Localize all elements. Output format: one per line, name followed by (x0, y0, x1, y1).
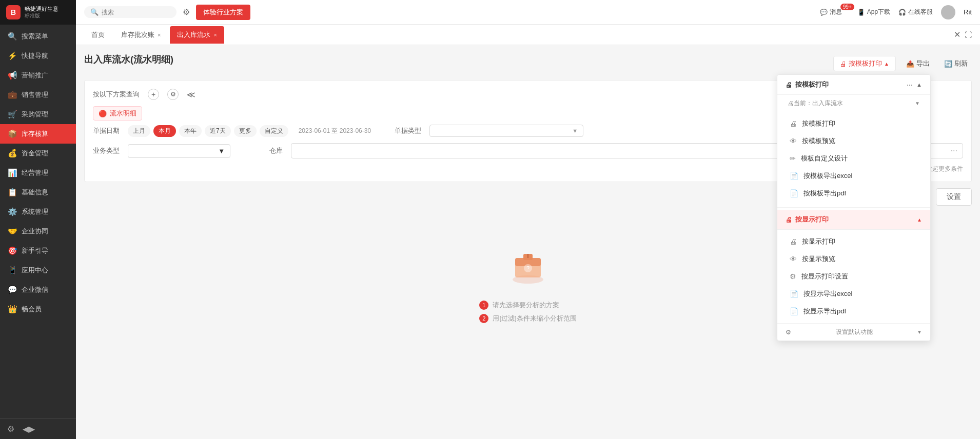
date-option-this-year[interactable]: 本年 (179, 125, 202, 137)
collapse-label: 收起更多条件 (926, 165, 963, 173)
tab-inventory-flow[interactable]: 出入库流水 × (170, 26, 224, 44)
sidebar-item-inventory[interactable]: 📦 库存核算 (0, 124, 76, 144)
sidebar-item-label: 基础信息 (22, 188, 48, 197)
sidebar-item-search[interactable]: 🔍 搜索菜单 (0, 27, 76, 46)
dropdown-item-label: 按模板导出excel (803, 171, 852, 181)
dropdown-header[interactable]: 🖨 按模板打印 ··· ▲ (777, 75, 930, 95)
date-option-7days[interactable]: 近7天 (205, 125, 231, 137)
topbar-gear-icon[interactable]: ⚙ (183, 7, 190, 17)
export-btn[interactable]: 📤 导出 (902, 57, 934, 70)
phone-icon: 📱 (7, 266, 17, 275)
sidebar-item-apps[interactable]: 📱 应用中心 (0, 261, 76, 280)
sidebar-item-purchase[interactable]: 🛒 采购管理 (0, 105, 76, 124)
refresh-icon: 🔄 (944, 60, 952, 68)
filter-settings-btn[interactable]: ⚙ (167, 89, 179, 100)
headset-icon: 🎧 (898, 9, 906, 16)
tab-batch-account-close[interactable]: × (158, 32, 161, 38)
business-type-select[interactable]: ▼ (128, 144, 230, 158)
empty-step-1-text: 请先选择要分析的方案 (493, 301, 559, 310)
sidebar-item-sales[interactable]: 💼 销售管理 (0, 85, 76, 105)
tabs-expand-icon[interactable]: ⛶ (965, 31, 972, 39)
sidebar-item-guide[interactable]: 🎯 新手引导 (0, 241, 76, 261)
topbar-search[interactable]: 🔍 (84, 6, 177, 18)
date-option-last-month[interactable]: 上月 (128, 125, 150, 137)
date-option-more[interactable]: 更多 (234, 125, 257, 137)
app-download-btn[interactable]: 📱 App下载 (857, 8, 890, 16)
sidebar-item-label: 经营管理 (22, 168, 48, 177)
dropdown-template-export-pdf[interactable]: 📄 按模板导出pdf (777, 185, 930, 202)
tab-batch-account[interactable]: 库存批次账 × (114, 26, 168, 44)
online-service-btn[interactable]: 🎧 在线客服 (898, 8, 933, 16)
user-name: Rit (964, 8, 972, 16)
dropdown-display-print-settings[interactable]: ⚙ 按显示打印设置 (777, 268, 930, 285)
tab-home[interactable]: 首页 (84, 26, 112, 44)
sidebar-item-quick-nav[interactable]: ⚡ 快捷导航 (0, 46, 76, 66)
gear-icon: ⚙️ (7, 207, 17, 216)
display-section-collapse[interactable]: ▲ (917, 217, 922, 223)
message-btn[interactable]: 💬 消息 99+ (820, 8, 849, 16)
doc-type-input[interactable]: ▼ (429, 125, 583, 137)
sidebar-item-marketing[interactable]: 📢 营销推广 (0, 66, 76, 85)
warehouse-label: 仓库 (269, 146, 283, 155)
tab-inventory-flow-close[interactable]: × (213, 32, 217, 38)
dropdown-template-preview[interactable]: 👁 按模板预览 (777, 132, 930, 150)
dropdown-display-export-pdf[interactable]: 📄 按显示导出pdf (777, 303, 930, 320)
sidebar-item-cooperation[interactable]: 🤝 企业协同 (0, 222, 76, 241)
briefcase-icon: 💼 (7, 90, 17, 99)
tabs-close-all-icon[interactable]: ✕ (954, 30, 961, 39)
tabs-bar: 首页 库存批次账 × 出入库流水 × ✕ ⛶ (76, 25, 980, 45)
dropdown-template-export-excel[interactable]: 📄 按模板导出excel (777, 167, 930, 185)
empty-illustration: ? (505, 243, 551, 290)
doc-type-dropdown-icon[interactable]: ▼ (572, 128, 578, 134)
excel-icon: 📄 (790, 172, 798, 180)
sidebar-item-finance[interactable]: 💰 资金管理 (0, 144, 76, 163)
message-label: 消息 (830, 8, 842, 16)
sidebar-item-operation[interactable]: 📊 经营管理 (0, 163, 76, 183)
display-settings-icon: ⚙ (790, 272, 796, 281)
dropdown-collapse-icon[interactable]: ▲ (916, 82, 922, 88)
dropdown-display-preview[interactable]: 👁 按显示预览 (777, 250, 930, 268)
dropdown-current-sub[interactable]: 🖨 当前：出入库流水 ▼ (777, 95, 930, 112)
chat-icon: 💬 (7, 285, 17, 294)
sidebar-item-label: 企业微信 (22, 285, 48, 294)
filter-expand-icon[interactable]: ≪ (187, 90, 195, 99)
template-print-btn[interactable]: 🖨 按模板打印 ▲ (833, 56, 896, 71)
template-print-label: 按模板打印 (849, 59, 882, 68)
dropdown-template-customize[interactable]: ✏ 模板自定义设计 (777, 150, 930, 167)
sidebar-item-vip[interactable]: 👑 畅会员 (0, 300, 76, 319)
date-option-custom[interactable]: 自定义 (260, 125, 288, 137)
megaphone-icon: 📢 (7, 71, 17, 80)
phone-download-icon: 📱 (857, 9, 865, 16)
dropdown-template-print[interactable]: 🖨 按模板打印 (777, 115, 930, 132)
date-option-this-month[interactable]: 本月 (153, 125, 176, 137)
display-print-header[interactable]: 🖨 按显示打印 ▲ (777, 210, 930, 230)
refresh-btn[interactable]: 🔄 刷新 (940, 57, 972, 70)
flow-tag-icon: 🔴 (99, 110, 107, 117)
date-field-label: 单据日期 (93, 126, 120, 135)
sidebar-item-label: 库存核算 (22, 129, 48, 138)
dropdown-more-icon[interactable]: ··· (907, 81, 912, 89)
sidebar-item-label: 销售管理 (22, 90, 48, 99)
sidebar-item-system[interactable]: ⚙️ 系统管理 (0, 202, 76, 222)
topbar: 🔍 ⚙ 体验行业方案 💬 消息 99+ 📱 App下载 🎧 在线客服 Rit (76, 0, 980, 25)
settings-btn[interactable]: 设置 (936, 188, 972, 206)
flow-tag[interactable]: 🔴 流水明细 (93, 106, 142, 121)
dropdown-footer[interactable]: ⚙ 设置默认功能 ▼ (777, 323, 930, 341)
dropdown-display-print[interactable]: 🖨 按显示打印 (777, 233, 930, 250)
sidebar-item-basic[interactable]: 📋 基础信息 (0, 183, 76, 202)
sidebar-item-label: 快捷导航 (22, 51, 48, 61)
settings-bottom-icon[interactable]: ⚙ (7, 424, 14, 434)
search-input[interactable] (102, 9, 163, 16)
main-area: 🔍 ⚙ 体验行业方案 💬 消息 99+ 📱 App下载 🎧 在线客服 Rit (76, 0, 980, 439)
warehouse-more-icon[interactable]: ··· (951, 146, 957, 155)
edit-icon: ✏ (790, 154, 796, 163)
user-avatar[interactable] (941, 5, 955, 19)
empty-box-svg: ? (505, 243, 551, 289)
filter-add-btn[interactable]: + (148, 89, 159, 100)
dropdown-display-export-excel[interactable]: 📄 按显示导出excel (777, 285, 930, 303)
dropdown-arrow-up: ▲ (884, 61, 889, 67)
industry-btn[interactable]: 体验行业方案 (196, 5, 250, 20)
sidebar-item-wechat[interactable]: 💬 企业微信 (0, 280, 76, 300)
printer-icon-header: 🖨 (786, 81, 792, 89)
collapse-sidebar-icon[interactable]: ◀▶ (23, 424, 35, 434)
